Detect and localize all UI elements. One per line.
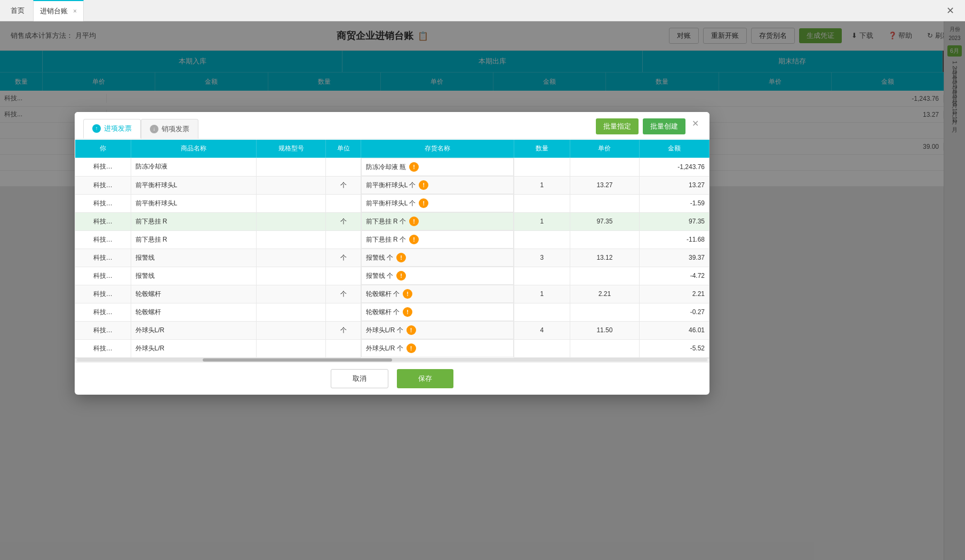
table-row: 科技… 防冻冷却液 防冻冷却液 瓶! -1,243.76 bbox=[75, 158, 709, 177]
cell-unit-price: 97.35 bbox=[570, 212, 640, 230]
cell-amount: -0.27 bbox=[640, 303, 709, 321]
col-unit-price: 单价 bbox=[570, 140, 640, 158]
scrollbar-thumb bbox=[203, 358, 392, 362]
cell-company: 科技… bbox=[75, 230, 131, 249]
cell-company: 科技… bbox=[75, 212, 131, 230]
tab-active[interactable]: 进销台账 × bbox=[33, 0, 84, 21]
cell-spec bbox=[256, 230, 326, 249]
cell-unit bbox=[326, 303, 361, 321]
cell-product-name: 前平衡杆球头L bbox=[131, 194, 256, 212]
tab-home[interactable]: 首页 bbox=[4, 0, 31, 21]
cell-spec bbox=[256, 212, 326, 230]
cell-amount: 97.35 bbox=[640, 212, 709, 230]
cell-amount: 2.21 bbox=[640, 285, 709, 303]
modal-footer: 取消 保存 bbox=[75, 362, 709, 395]
cell-spec bbox=[256, 249, 326, 267]
modal-tabs: ↑ 进项发票 ↓ 销项发票 bbox=[83, 119, 198, 139]
table-row: 科技… 报警线 报警线 个! -4.72 bbox=[75, 267, 709, 285]
cancel-button[interactable]: 取消 bbox=[331, 369, 388, 388]
save-button[interactable]: 保存 bbox=[397, 369, 453, 388]
cell-inventory: 前平衡杆球头L 个! bbox=[361, 176, 514, 194]
cell-quantity: 1 bbox=[514, 212, 570, 230]
cell-unit: 个 bbox=[326, 285, 361, 303]
warning-icon: ! bbox=[403, 307, 412, 317]
cell-product-name: 报警线 bbox=[131, 267, 256, 285]
modal-table-container[interactable]: 你 商品名称 规格型号 单位 存货名称 数量 单价 金额 科技… 防冻冷却液 bbox=[75, 139, 709, 358]
table-row: 科技… 外球头L/R 外球头L/R 个! -5.52 bbox=[75, 339, 709, 357]
col-product-name: 商品名称 bbox=[131, 140, 256, 158]
cell-unit bbox=[326, 339, 361, 357]
cell-unit-price: 2.21 bbox=[570, 285, 640, 303]
inbound-tab-icon: ↑ bbox=[92, 124, 101, 133]
cell-spec bbox=[256, 267, 326, 285]
col-inventory: 存货名称 bbox=[361, 140, 514, 158]
cell-unit-price bbox=[570, 194, 640, 212]
cell-inventory: 外球头L/R 个! bbox=[361, 339, 514, 357]
modal-action-buttons: 批量指定 批量创建 ✕ bbox=[596, 118, 701, 139]
cell-spec bbox=[256, 303, 326, 321]
cell-spec bbox=[256, 176, 326, 194]
table-row: 科技… 报警线 个 报警线 个! 3 13.12 39.37 bbox=[75, 249, 709, 267]
cell-unit bbox=[326, 230, 361, 249]
cell-unit bbox=[326, 194, 361, 212]
cell-amount: -1.59 bbox=[640, 194, 709, 212]
cell-amount: 46.01 bbox=[640, 321, 709, 339]
cell-unit: 个 bbox=[326, 212, 361, 230]
cell-unit-price: 11.50 bbox=[570, 321, 640, 339]
inbound-tab-label: 进项发票 bbox=[104, 124, 132, 133]
warning-icon: ! bbox=[409, 162, 419, 172]
table-row: 科技… 前平衡杆球头L 个 前平衡杆球头L 个! 1 13.27 13.27 bbox=[75, 176, 709, 194]
table-row: 科技… 前平衡杆球头L 前平衡杆球头L 个! -1.59 bbox=[75, 194, 709, 212]
batch-assign-button[interactable]: 批量指定 bbox=[596, 118, 639, 134]
window-close-button[interactable]: ✕ bbox=[940, 5, 961, 17]
warning-icon: ! bbox=[406, 343, 416, 353]
cell-company: 科技… bbox=[75, 303, 131, 321]
batch-create-button[interactable]: 批量创建 bbox=[643, 118, 685, 134]
cell-quantity bbox=[514, 194, 570, 212]
warning-icon: ! bbox=[409, 217, 419, 226]
cell-company: 科技… bbox=[75, 249, 131, 267]
cell-unit bbox=[326, 267, 361, 285]
cell-inventory: 防冻冷却液 瓶! bbox=[361, 158, 514, 176]
cell-unit-price bbox=[570, 303, 640, 321]
modal-close-button[interactable]: ✕ bbox=[690, 118, 701, 130]
cell-product-name: 外球头L/R bbox=[131, 339, 256, 357]
cell-unit bbox=[326, 158, 361, 177]
cell-inventory: 前下悬挂 R 个! bbox=[361, 230, 514, 249]
tab-close-icon[interactable]: × bbox=[73, 1, 77, 21]
cell-unit-price bbox=[570, 230, 640, 249]
cell-product-name: 轮毂螺杆 bbox=[131, 303, 256, 321]
cell-quantity bbox=[514, 158, 570, 177]
cell-unit-price bbox=[570, 267, 640, 285]
cell-spec bbox=[256, 339, 326, 357]
cell-product-name: 防冻冷却液 bbox=[131, 158, 256, 177]
cell-company: 科技… bbox=[75, 194, 131, 212]
cell-quantity: 3 bbox=[514, 249, 570, 267]
horizontal-scrollbar[interactable] bbox=[75, 358, 709, 362]
outbound-tab-icon: ↓ bbox=[150, 125, 158, 133]
cell-quantity bbox=[514, 303, 570, 321]
cell-quantity bbox=[514, 339, 570, 357]
table-row: 科技… 外球头L/R 个 外球头L/R 个! 4 11.50 46.01 bbox=[75, 321, 709, 339]
modal-dialog: ↑ 进项发票 ↓ 销项发票 批量指定 批量创建 ✕ 你 商品名 bbox=[75, 112, 709, 395]
table-row: 科技… 轮毂螺杆 个 轮毂螺杆 个! 1 2.21 2.21 bbox=[75, 285, 709, 303]
tab-outbound-invoice[interactable]: ↓ 销项发票 bbox=[141, 119, 198, 139]
cell-spec bbox=[256, 321, 326, 339]
warning-icon: ! bbox=[396, 253, 406, 262]
cell-spec bbox=[256, 285, 326, 303]
cell-unit-price bbox=[570, 339, 640, 357]
cell-inventory: 前下悬挂 R 个! bbox=[361, 212, 514, 230]
invoice-table: 你 商品名称 规格型号 单位 存货名称 数量 单价 金额 科技… 防冻冷却液 bbox=[75, 139, 709, 358]
cell-inventory: 报警线 个! bbox=[361, 267, 514, 285]
scrollbar-track bbox=[77, 358, 707, 362]
cell-inventory: 轮毂螺杆 个! bbox=[361, 285, 514, 303]
active-tab-label: 进销台账 bbox=[40, 1, 68, 21]
cell-inventory: 轮毂螺杆 个! bbox=[361, 303, 514, 321]
cell-product-name: 报警线 bbox=[131, 249, 256, 267]
cell-unit-price: 13.27 bbox=[570, 176, 640, 194]
tab-inbound-invoice[interactable]: ↑ 进项发票 bbox=[83, 119, 141, 139]
cell-product-name: 前平衡杆球头L bbox=[131, 176, 256, 194]
cell-quantity bbox=[514, 230, 570, 249]
cell-quantity: 1 bbox=[514, 285, 570, 303]
cell-company: 科技… bbox=[75, 285, 131, 303]
